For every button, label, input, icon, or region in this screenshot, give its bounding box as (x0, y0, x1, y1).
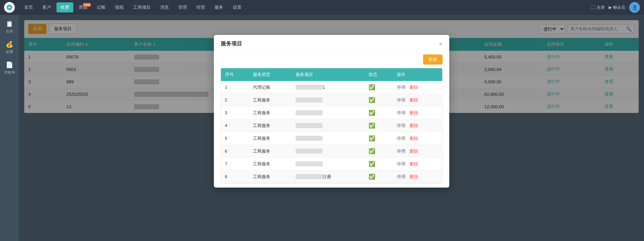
delete-action[interactable]: 删除 (410, 85, 418, 90)
modal-close-button[interactable]: × (439, 41, 443, 47)
stop-action[interactable]: 停用 (397, 149, 406, 154)
user-avatar[interactable]: 👤 (629, 2, 640, 13)
modal-cell-action: 停用 删除 (393, 81, 442, 94)
vip-button[interactable]: ▶ 畅会员 (609, 5, 625, 10)
main-layout: 📋 合同 💰 收费 📄 对账单 新增 服务项目 进行中 (0, 15, 644, 241)
stop-action[interactable]: 停用 (397, 174, 406, 179)
modal-overlay: 服务项目 × 新建 序号 服务类型 (19, 15, 644, 241)
modal-cell-type: 代理记账 (249, 81, 292, 94)
modal-cell-status: ✅ (365, 158, 393, 170)
new-badge: new (83, 3, 91, 7)
nav-service[interactable]: 服务 (211, 2, 227, 12)
delete-action[interactable]: 删除 (410, 136, 418, 141)
modal-cell-seq: 4 (221, 119, 249, 132)
nav-operation[interactable]: 经营 (192, 2, 209, 12)
modal-cell-action: 停用 删除 (393, 132, 442, 145)
modal-body: 新建 序号 服务类型 服务项目 状态 (214, 50, 449, 188)
stop-action[interactable]: 停用 (397, 123, 406, 128)
modal-cell-item (292, 132, 365, 145)
modal-table-row: 3 工商服务 ✅ 停用 删除 (221, 107, 442, 119)
nav-charge[interactable]: 收费 (56, 2, 73, 12)
modal-cell-seq: 2 (221, 94, 249, 107)
stop-action[interactable]: 停用 (397, 97, 406, 103)
nav-home[interactable]: 首页 (20, 2, 37, 12)
content-area: 新增 服务项目 进行中 🔍 序号 合同编码⇅ (19, 15, 644, 241)
nav-manage[interactable]: 管理 (174, 2, 191, 12)
nav-commerce[interactable]: 工商项目 (129, 2, 155, 12)
modal-cell-type: 工商服务 (249, 132, 292, 145)
modal-cell-type: 工商服务 (249, 158, 292, 170)
modal-service-table: 序号 服务类型 服务项目 状态 操作 1 代理记账 1 (221, 68, 442, 183)
nav-message[interactable]: 消息 (156, 2, 173, 12)
status-check-icon: ✅ (369, 135, 375, 141)
delete-action[interactable]: 删除 (410, 123, 418, 128)
modal-cell-item (292, 94, 365, 107)
top-navigation: 首页 客户 收费 票据 new 记账 报税 工商项目 消息 管理 经营 服务 设… (0, 0, 644, 15)
modal-title: 服务项目 (221, 40, 242, 47)
modal-cell-type: 工商服务 (249, 94, 292, 107)
status-check-icon: ✅ (369, 148, 375, 154)
modal-col-item: 服务项目 (292, 68, 365, 81)
modal-cell-item: 1 (292, 81, 365, 94)
modal-cell-status: ✅ (365, 81, 393, 94)
status-check-icon: ✅ (369, 97, 375, 103)
delete-action[interactable]: 删除 (410, 97, 418, 103)
status-check-icon: ✅ (369, 174, 375, 179)
modal-col-type: 服务类型 (249, 68, 292, 81)
modal-cell-seq: 6 (221, 145, 249, 158)
nav-settings[interactable]: 设置 (229, 2, 245, 12)
status-check-icon: ✅ (369, 161, 375, 167)
modal-table-row: 2 工商服务 ✅ 停用 删除 (221, 94, 442, 107)
modal-cell-status: ✅ (365, 119, 393, 132)
modal-cell-status: ✅ (365, 170, 393, 183)
sidebar: 📋 合同 💰 收费 📄 对账单 (0, 15, 19, 241)
modal-table-wrap[interactable]: 序号 服务类型 服务项目 状态 操作 1 代理记账 1 (221, 68, 443, 184)
nav-right-area: ⛶ 全屏 ▶ 畅会员 👤 (591, 2, 640, 13)
vip-icon: ▶ (609, 5, 612, 10)
delete-action[interactable]: 删除 (410, 161, 418, 166)
nav-customer[interactable]: 客户 (38, 2, 55, 12)
service-item-modal: 服务项目 × 新建 序号 服务类型 (214, 35, 449, 188)
modal-cell-seq: 3 (221, 107, 249, 119)
stop-action[interactable]: 停用 (397, 161, 406, 166)
modal-header: 服务项目 × (214, 35, 449, 50)
modal-cell-item: 注册 (292, 170, 365, 183)
sidebar-item-statement[interactable]: 📄 对账单 (1, 58, 18, 78)
modal-cell-item (292, 145, 365, 158)
sidebar-item-charge[interactable]: 💰 收费 (1, 38, 18, 57)
modal-col-seq: 序号 (221, 68, 249, 81)
modal-table-container: 序号 服务类型 服务项目 状态 操作 1 代理记账 1 (221, 68, 443, 184)
stop-action[interactable]: 停用 (397, 85, 406, 90)
delete-action[interactable]: 删除 (410, 174, 418, 179)
modal-cell-status: ✅ (365, 145, 393, 158)
modal-cell-type: 工商服务 (249, 145, 292, 158)
stop-action[interactable]: 停用 (397, 110, 406, 115)
modal-cell-status: ✅ (365, 107, 393, 119)
stop-action[interactable]: 停用 (397, 136, 406, 141)
modal-cell-item (292, 158, 365, 170)
modal-table-row: 8 工商服务 注册 ✅ 停用 删除 (221, 170, 442, 183)
modal-table-row: 7 工商服务 ✅ 停用 删除 (221, 158, 442, 170)
modal-col-action: 操作 (393, 68, 442, 81)
modal-new-button[interactable]: 新建 (423, 54, 443, 65)
modal-toolbar: 新建 (221, 54, 443, 65)
nav-tax[interactable]: 报税 (111, 2, 128, 12)
modal-cell-type: 工商服务 (249, 107, 292, 119)
delete-action[interactable]: 删除 (410, 110, 418, 115)
modal-cell-type: 工商服务 (249, 170, 292, 183)
modal-table-row: 1 代理记账 1 ✅ 停用 删除 (221, 81, 442, 94)
modal-cell-seq: 8 (221, 170, 249, 183)
modal-cell-action: 停用 删除 (393, 158, 442, 170)
nav-ticket[interactable]: 票据 new (75, 2, 91, 12)
modal-cell-status: ✅ (365, 94, 393, 107)
nav-bookkeeping[interactable]: 记账 (93, 2, 110, 12)
status-check-icon: ✅ (369, 123, 375, 128)
nav-items: 首页 客户 收费 票据 new 记账 报税 工商项目 消息 管理 经营 服务 设… (20, 2, 591, 12)
fullscreen-button[interactable]: ⛶ 全屏 (591, 5, 605, 10)
delete-action[interactable]: 删除 (410, 149, 418, 154)
modal-cell-action: 停用 删除 (393, 170, 442, 183)
modal-header-row: 序号 服务类型 服务项目 状态 操作 (221, 68, 442, 81)
contract-icon: 📋 (6, 20, 13, 28)
sidebar-item-contract[interactable]: 📋 合同 (1, 17, 18, 37)
modal-cell-seq: 1 (221, 81, 249, 94)
